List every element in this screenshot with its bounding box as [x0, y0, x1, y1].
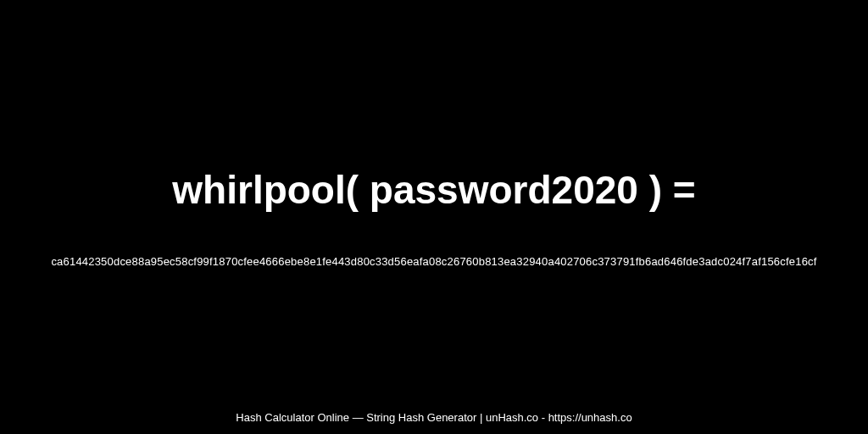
page-container: whirlpool( password2020 ) = ca61442350dc…: [0, 0, 868, 434]
footer: Hash Calculator Online — String Hash Gen…: [0, 411, 868, 424]
hash-expression-heading: whirlpool( password2020 ) =: [172, 167, 695, 213]
footer-text: Hash Calculator Online — String Hash Gen…: [236, 411, 632, 424]
hash-output-value: ca61442350dce88a95ec58cf99f1870cfee4666e…: [51, 255, 816, 268]
